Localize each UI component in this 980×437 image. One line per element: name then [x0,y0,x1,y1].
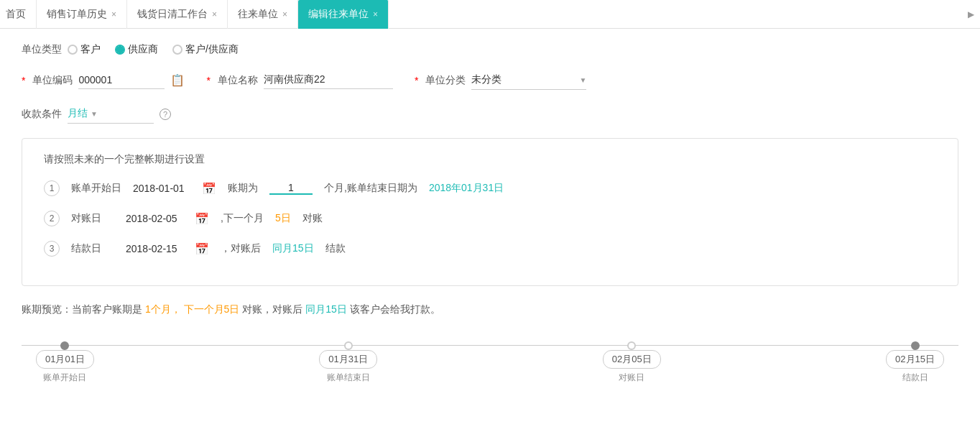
close-cash-work[interactable]: × [212,10,217,19]
close-partner[interactable]: × [282,10,287,19]
timeline-tag-3: 02月15日 [886,350,944,369]
timeline-tag-2: 02月05日 [603,350,661,369]
radio-circle-both [172,45,182,55]
timeline-label-0: 账单开始日 [43,372,86,384]
step-cal-icon-1[interactable]: 📅 [202,182,216,196]
unit-category-label: 单位分类 [425,74,466,87]
step-date-3: 2018-02-15 [126,243,183,254]
timeline-tag-1: 01月31日 [319,350,377,369]
billing-period-card: 请按照未来的一个完整帐期进行设置 1 账单开始日 2018-01-01 📅 账期… [22,138,958,286]
timeline-label-3: 结款日 [902,372,928,384]
timeline-dot-2 [627,341,636,350]
step-number-1: 1 [44,180,60,196]
step-suffix-3a: ，对账后 [221,242,261,255]
timeline-node-3: 02月15日 结款日 [886,336,944,384]
step-label-1: 账单开始日 [71,182,121,195]
radio-circle-supplier [115,45,125,55]
timeline-tag-0: 01月01日 [36,350,94,369]
radio-circle-customer [68,45,78,55]
tab-partner[interactable]: 往来单位 × [228,0,298,29]
step-row-1: 1 账单开始日 2018-01-01 📅 账期为 个月,账单结束日期为 2018… [44,180,936,196]
help-icon[interactable]: ? [160,109,171,120]
close-edit-partner[interactable]: × [373,10,378,19]
timeline-label-1: 账单结束日 [327,372,370,384]
preview-part1: 1个月， [145,303,181,315]
step-suffix-2: ,下一个月 [221,212,264,225]
step-row-2: 2 对账日 2018-02-05 📅 ,下一个月5日 对账 [44,211,936,226]
unit-info-row: * 单位编码 📋 * 单位名称 * 单位分类 未分类 ▼ [22,70,958,90]
unit-category-value: 未分类 [471,73,501,86]
unit-code-label: 单位编码 [32,74,73,87]
step-row-3: 3 结款日 2018-02-15 📅 ，对账后 同月15日 结款 [44,241,936,257]
radio-both[interactable]: 客户/供应商 [172,43,239,56]
chevron-down-icon: ▼ [579,76,586,84]
step-date-1: 2018-01-01 [133,183,190,194]
preview-part3: 同月15日 [305,303,347,315]
preview-label: 账期预览：当前客户账期是 [22,303,142,315]
step-cal-icon-2[interactable]: 📅 [195,212,209,226]
page-content: 单位类型 客户 供应商 客户/供应商 * 单位编码 [0,29,980,437]
timeline-label-2: 对账日 [619,372,644,384]
unit-code-input[interactable] [78,71,165,89]
close-sales-order[interactable]: × [111,10,116,19]
step-number-3: 3 [44,241,60,257]
unit-type-field: 单位类型 客户 供应商 客户/供应商 [22,43,239,56]
payment-terms-chevron-icon: ▼ [91,110,98,118]
timeline-node-1: 01月31日 账单结束日 [319,336,377,384]
radio-label-customer: 客户 [80,43,101,56]
payment-terms-label: 收款条件 [22,108,62,121]
tab-sales-order[interactable]: 销售订单历史 × [37,0,127,29]
timeline-nodes: 01月01日 账单开始日 01月31日 账单结束日 02月05日 对账日 02月… [36,336,944,384]
tab-bar-arrow[interactable]: ▶ [968,9,974,19]
unit-category-select[interactable]: 未分类 ▼ [471,70,586,90]
required-star-code: * [22,75,25,86]
card-title: 请按照未来的一个完整帐期进行设置 [44,153,936,166]
step-cal-icon-3[interactable]: 📅 [195,242,209,256]
radio-supplier[interactable]: 供应商 [115,43,158,56]
tab-bar: 首页 销售订单历史 × 钱货日清工作台 × 往来单位 × 编辑往来单位 × ▶ [0,0,980,29]
step-label-2: 对账日 [71,212,114,225]
unit-name-field: * 单位名称 [206,71,392,89]
step-date-2: 2018-02-05 [126,213,183,224]
step-end-date-1: 2018年01月31日 [429,182,504,195]
unit-type-row: 单位类型 客户 供应商 客户/供应商 [22,43,958,56]
required-star-name: * [206,75,210,86]
step-suffix-pre-1: 账期为 [228,182,258,195]
preview-part2: 下一个月5日 [184,303,240,315]
month-input[interactable] [269,182,313,195]
preview-text: 账期预览：当前客户账期是 1个月， 下一个月5日 对账，对账后 同月15日 该客… [22,300,958,318]
timeline: 01月01日 账单开始日 01月31日 账单结束日 02月05日 对账日 02月… [22,336,958,384]
payment-terms-select[interactable]: 月结 ▼ [68,104,154,124]
timeline-node-0: 01月01日 账单开始日 [36,336,94,384]
radio-customer[interactable]: 客户 [68,43,101,56]
timeline-node-2: 02月05日 对账日 [603,336,661,384]
tab-home[interactable]: 首页 [6,0,37,29]
unit-code-field: * 单位编码 📋 [22,71,185,89]
radio-label-supplier: 供应商 [128,43,158,56]
preview-end: 该客户会给我打款。 [350,303,440,315]
timeline-dot-3 [911,341,920,350]
tab-edit-partner[interactable]: 编辑往来单位 × [298,0,389,29]
step-suffix-post-1: 个月,账单结束日期为 [324,182,417,195]
step-label-3: 结款日 [71,242,114,255]
unit-type-radio-group: 客户 供应商 客户/供应商 [68,43,239,56]
radio-label-both: 客户/供应商 [185,43,239,56]
timeline-dot-0 [60,341,69,350]
payment-terms-value: 月结 [68,107,88,120]
unit-category-field: * 单位分类 未分类 ▼ [415,70,586,90]
step-suffix-2-highlight: 5日 [275,212,291,225]
payment-terms-field: 收款条件 月结 ▼ ? [22,104,171,124]
unit-name-label: 单位名称 [218,74,258,87]
unit-type-label: 单位类型 [22,43,62,56]
step-suffix-3-highlight: 同月15日 [272,242,314,255]
tab-cash-work[interactable]: 钱货日清工作台 × [127,0,228,29]
step-number-2: 2 [44,211,60,226]
timeline-dot-1 [344,341,353,350]
required-star-category: * [415,75,418,86]
payment-terms-row: 收款条件 月结 ▼ ? [22,104,958,124]
preview-mid: 对账，对账后 [242,303,305,315]
unit-name-input[interactable] [264,71,393,89]
unit-code-icon[interactable]: 📋 [170,73,185,87]
